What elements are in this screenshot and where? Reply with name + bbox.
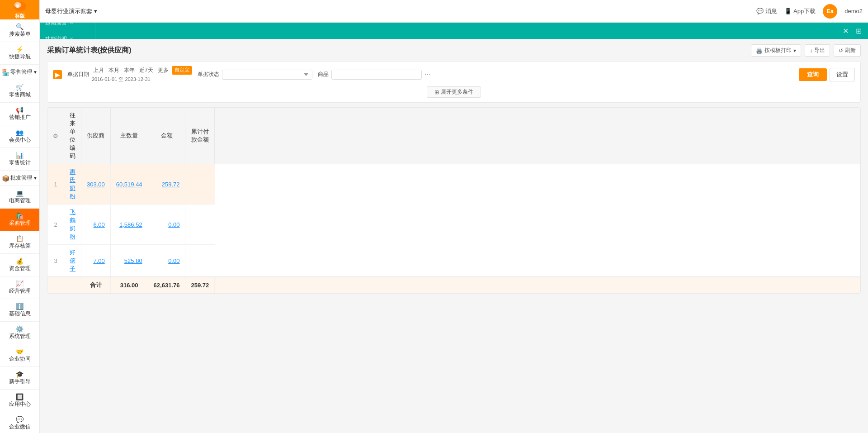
qty-link[interactable]: 6.00: [93, 221, 104, 228]
supplier-link[interactable]: 惠氏奶粉: [70, 168, 75, 200]
col-spacer: [215, 108, 860, 164]
row-settings[interactable]: 2: [47, 205, 64, 245]
row-paid: 259.72: [148, 164, 185, 205]
tab-close-icon[interactable]: ×: [70, 35, 73, 39]
row-settings[interactable]: 1: [47, 164, 64, 205]
paid-link[interactable]: 259.72: [162, 181, 180, 188]
date-value[interactable]: 2016-01-01 至 2023-12-31: [92, 76, 192, 83]
shortcut-this-month[interactable]: 本月: [107, 66, 121, 75]
table-row: 3 好孩子 7.00 525.80 0.00: [47, 245, 860, 277]
avatar[interactable]: Ea: [823, 4, 837, 19]
row-amount: 60,519.44: [110, 164, 148, 205]
username-label: demo2: [844, 8, 863, 14]
print-label: 按模板打印: [764, 47, 792, 54]
workspace-selector[interactable]: 母婴行业演示账套 ▾: [45, 7, 753, 15]
print-arrow-icon: ▾: [793, 48, 796, 54]
settings-btn[interactable]: 设置: [830, 68, 855, 81]
print-btn[interactable]: 🖨️ 按模板打印 ▾: [751, 44, 801, 57]
data-table: ⚙ 往来单位编码 供应商 主数量 金额 累计付款金额 1 惠氏奶粉 303.00…: [47, 108, 860, 293]
sidebar-item-search[interactable]: 🔍搜索菜单: [0, 19, 39, 42]
sidebar-item-marketing[interactable]: 📢营销推广: [0, 103, 39, 125]
sidebar-item-finance[interactable]: 💰资金管理: [0, 254, 39, 276]
sidebar-item-wholesale[interactable]: 📦批发管理▼: [0, 171, 39, 186]
top-bar: 母婴行业演示账套 ▾ 💬 消息 📱 App下载 Ea demo2: [40, 0, 868, 23]
sidebar-item-retail-mall[interactable]: 🛒零售商城: [0, 80, 39, 103]
status-filter-field: 单据状态: [198, 70, 312, 80]
footer-paid: 259.72: [185, 277, 215, 293]
col-settings[interactable]: ⚙: [47, 108, 64, 164]
sidebar-item-wechat[interactable]: 💬企业微信: [0, 412, 39, 433]
sidebar-item-retail-stat[interactable]: 📊零售统计: [0, 148, 39, 171]
tab-close-all-btn[interactable]: ✕: [840, 26, 851, 36]
paid-link[interactable]: 0.00: [168, 221, 179, 228]
sidebar-item-basic[interactable]: ℹ️基础信息: [0, 299, 39, 322]
tab-bar-end: ✕ ⊞: [840, 26, 868, 36]
export-label: 导出: [814, 47, 825, 54]
refresh-btn[interactable]: ↺ 刷新: [834, 44, 861, 57]
sidebar-item-ecommerce[interactable]: 💻电商管理: [0, 186, 39, 209]
tab-close-icon[interactable]: ×: [70, 23, 73, 26]
table-footer-row: 合计 316.00 62,631.76 259.72: [47, 277, 860, 293]
qty-link[interactable]: 303.00: [87, 181, 105, 188]
sidebar-item-collab[interactable]: 🤝企业协同: [0, 344, 39, 367]
app-logo: 畅 标版: [0, 0, 39, 19]
sidebar: 畅 标版 🔍搜索菜单⚡快捷导航🏪零售管理▼🛒零售商城📢营销推广👥会员中心📊零售统…: [0, 0, 40, 433]
refresh-label: 刷新: [845, 47, 856, 54]
expand-btn[interactable]: ⊞ 展开更多条件: [427, 86, 481, 98]
app-download-btn[interactable]: 📱 App下载: [784, 7, 816, 15]
row-qty: 303.00: [81, 164, 111, 205]
row-settings[interactable]: 3: [47, 245, 64, 277]
sidebar-item-system[interactable]: ⚙️系统管理: [0, 322, 39, 344]
filter-toggle-btn[interactable]: ▶: [53, 70, 62, 79]
status-select[interactable]: [222, 70, 312, 80]
page-content: 采购订单统计表(按供应商) 🖨️ 按模板打印 ▾ ↓ 导出 ↺ 刷新: [40, 39, 868, 433]
table-header-row: ⚙ 往来单位编码 供应商 主数量 金额 累计付款金额: [47, 108, 860, 164]
row-paid: 0.00: [148, 205, 185, 245]
messages-label: 消息: [765, 7, 777, 15]
supplier-link[interactable]: 飞鹤奶粉: [70, 209, 75, 240]
sidebar-item-member[interactable]: 👥会员中心: [0, 125, 39, 148]
sidebar-item-quick[interactable]: ⚡快捷导航: [0, 42, 39, 65]
goods-filter-field: 商品 ⋯: [318, 70, 431, 80]
footer-label: 合计: [81, 277, 111, 293]
sidebar-item-operation[interactable]: 📈经营管理: [0, 276, 39, 299]
date-shortcuts: 上月 本月 本年 近7天 更多 自定义: [92, 66, 192, 75]
svg-text:畅: 畅: [15, 4, 19, 8]
row-qty: 7.00: [81, 245, 111, 277]
expand-icon: ⊞: [434, 89, 439, 95]
table-body: 1 惠氏奶粉 303.00 60,519.44 259.72 2 飞鹤奶粉 6.…: [47, 164, 860, 277]
sidebar-item-guide[interactable]: 🎓新手引导: [0, 367, 39, 390]
goods-input[interactable]: [331, 70, 422, 80]
tab-tab6[interactable]: 功能说明 ×: [40, 31, 95, 39]
date-range: 上月 本月 本年 近7天 更多 自定义 2016-01-01 至 2023-12…: [92, 66, 192, 83]
tab-menu-btn[interactable]: ⊞: [853, 26, 864, 36]
supplier-link[interactable]: 好孩子: [70, 249, 75, 272]
sidebar-item-app-center[interactable]: 🔲应用中心: [0, 390, 39, 412]
footer-empty-code: [64, 277, 81, 293]
sidebar-item-purchase[interactable]: 🛍️采购管理: [0, 209, 39, 231]
amount-link[interactable]: 60,519.44: [116, 181, 142, 188]
amount-link[interactable]: 1,586.52: [119, 221, 142, 228]
shortcut-last-month[interactable]: 上月: [92, 66, 105, 75]
sidebar-item-inventory[interactable]: 📋库存核算: [0, 231, 39, 254]
tab-tab5[interactable]: 超储预警 ×: [40, 23, 95, 31]
refresh-icon: ↺: [839, 48, 843, 54]
filter-expand-row: ⊞ 展开更多条件: [53, 86, 855, 98]
sidebar-item-retail[interactable]: 🏪零售管理▼: [0, 65, 39, 80]
col-supplier: 供应商: [81, 108, 111, 164]
goods-more-icon[interactable]: ⋯: [425, 71, 431, 78]
shortcut-this-year[interactable]: 本年: [123, 66, 136, 75]
qty-link[interactable]: 7.00: [93, 257, 104, 264]
main-area: 母婴行业演示账套 ▾ 💬 消息 📱 App下载 Ea demo2 首页收发存汇总…: [40, 0, 868, 433]
paid-link[interactable]: 0.00: [168, 257, 179, 264]
row-supplier: 好孩子: [64, 245, 81, 277]
amount-link[interactable]: 525.80: [124, 257, 142, 264]
export-btn[interactable]: ↓ 导出: [805, 44, 830, 57]
shortcut-7days[interactable]: 近7天: [138, 66, 155, 75]
top-bar-right: 💬 消息 📱 App下载 Ea demo2: [756, 4, 863, 19]
shortcut-more[interactable]: 更多: [156, 66, 170, 75]
query-btn[interactable]: 查询: [799, 68, 827, 81]
custom-badge[interactable]: 自定义: [172, 66, 192, 75]
export-icon: ↓: [810, 48, 812, 54]
messages-btn[interactable]: 💬 消息: [756, 7, 777, 15]
